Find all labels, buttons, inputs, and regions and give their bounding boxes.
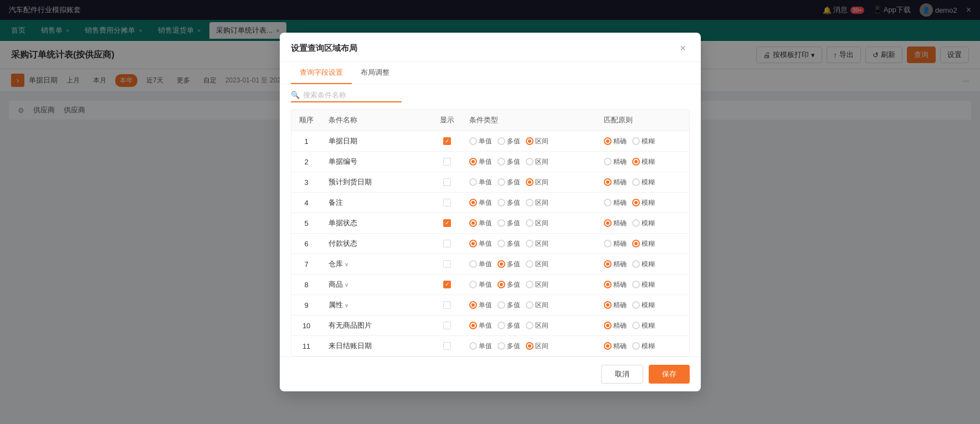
radio-match-精确[interactable]: 精确 (604, 321, 627, 330)
radio-match-精确[interactable]: 精确 (604, 342, 627, 351)
radio-type-单值[interactable]: 单值 (469, 157, 492, 167)
tab-field-settings[interactable]: 查询字段设置 (291, 62, 352, 84)
radio-type-多值[interactable]: 多值 (497, 198, 520, 208)
row-display-checkbox[interactable] (432, 336, 463, 356)
radio-match-精确[interactable]: 精确 (604, 301, 627, 310)
row-name: 商品∨ (322, 275, 432, 295)
radio-match-精确[interactable]: 精确 (604, 178, 627, 187)
radio-match-精确[interactable]: 精确 (604, 137, 627, 146)
radio-type-单值[interactable]: 单值 (469, 301, 492, 310)
checkbox[interactable] (443, 281, 451, 288)
radio-match-模糊[interactable]: 模糊 (632, 219, 655, 228)
radio-type-单值[interactable]: 单值 (469, 198, 492, 208)
row-match: 精确模糊 (597, 336, 689, 356)
row-display-checkbox[interactable] (432, 234, 463, 254)
radio-type-单值[interactable]: 单值 (469, 260, 492, 269)
checkbox[interactable] (443, 178, 451, 186)
row-match: 精确模糊 (597, 275, 689, 295)
radio-match-精确[interactable]: 精确 (604, 157, 627, 167)
checkbox[interactable] (443, 199, 451, 206)
row-match: 精确模糊 (597, 234, 689, 254)
checkbox[interactable] (443, 137, 451, 145)
row-display-checkbox[interactable] (432, 213, 463, 234)
radio-type-多值[interactable]: 多值 (497, 321, 520, 330)
radio-type-区间[interactable]: 区间 (526, 198, 548, 208)
dialog-overlay: 设置查询区域布局 × 查询字段设置 布局调整 🔍 (0, 0, 980, 424)
radio-match-精确[interactable]: 精确 (604, 260, 627, 269)
checkbox[interactable] (443, 301, 451, 309)
radio-match-模糊[interactable]: 模糊 (632, 260, 655, 269)
radio-type-区间[interactable]: 区间 (526, 301, 548, 310)
radio-match-精确[interactable]: 精确 (604, 239, 627, 249)
radio-match-模糊[interactable]: 模糊 (632, 198, 655, 208)
radio-type-多值[interactable]: 多值 (497, 301, 520, 310)
radio-type-单值[interactable]: 单值 (469, 342, 492, 351)
dialog-close-btn[interactable]: × (676, 42, 690, 55)
row-display-checkbox[interactable] (432, 254, 463, 275)
search-input[interactable] (303, 91, 402, 99)
table-row: 3预计到货日期单值多值区间精确模糊 (291, 172, 689, 193)
radio-type-区间[interactable]: 区间 (526, 280, 548, 289)
radio-type-区间[interactable]: 区间 (526, 239, 548, 249)
checkbox[interactable] (443, 260, 451, 268)
radio-match-模糊[interactable]: 模糊 (632, 157, 655, 167)
settings-dialog: 设置查询区域布局 × 查询字段设置 布局调整 🔍 (280, 33, 701, 391)
checkbox[interactable] (443, 158, 451, 166)
radio-match-模糊[interactable]: 模糊 (632, 321, 655, 330)
row-display-checkbox[interactable] (432, 275, 463, 295)
radio-match-模糊[interactable]: 模糊 (632, 342, 655, 351)
radio-type-单值[interactable]: 单值 (469, 137, 492, 146)
radio-type-单值[interactable]: 单值 (469, 219, 492, 228)
row-order: 6 (291, 234, 322, 254)
radio-type-区间[interactable]: 区间 (526, 157, 548, 167)
radio-type-区间[interactable]: 区间 (526, 178, 548, 187)
radio-match-精确[interactable]: 精确 (604, 219, 627, 228)
radio-type-多值[interactable]: 多值 (497, 157, 520, 167)
radio-match-模糊[interactable]: 模糊 (632, 280, 655, 289)
save-button[interactable]: 保存 (649, 365, 690, 384)
row-display-checkbox[interactable] (432, 152, 463, 172)
row-display-checkbox[interactable] (432, 295, 463, 316)
radio-type-单值[interactable]: 单值 (469, 239, 492, 249)
radio-type-单值[interactable]: 单值 (469, 321, 492, 330)
radio-type-多值[interactable]: 多值 (497, 219, 520, 228)
dialog-header: 设置查询区域布局 × (280, 33, 701, 62)
radio-type-多值[interactable]: 多值 (497, 137, 520, 146)
row-type: 单值多值区间 (463, 131, 597, 152)
radio-type-多值[interactable]: 多值 (497, 239, 520, 249)
cancel-button[interactable]: 取消 (601, 365, 643, 384)
table-header-row: 顺序 条件名称 显示 条件类型 匹配原则 (291, 110, 689, 131)
radio-type-多值[interactable]: 多值 (497, 260, 520, 269)
radio-type-多值[interactable]: 多值 (497, 280, 520, 289)
radio-match-精确[interactable]: 精确 (604, 280, 627, 289)
row-order: 3 (291, 172, 322, 193)
table-row: 7仓库∨单值多值区间精确模糊 (291, 254, 689, 275)
radio-type-单值[interactable]: 单值 (469, 178, 492, 187)
radio-type-区间[interactable]: 区间 (526, 137, 548, 146)
radio-match-模糊[interactable]: 模糊 (632, 178, 655, 187)
radio-match-精确[interactable]: 精确 (604, 198, 627, 208)
radio-type-多值[interactable]: 多值 (497, 178, 520, 187)
radio-match-模糊[interactable]: 模糊 (632, 137, 655, 146)
checkbox[interactable] (443, 342, 451, 350)
row-name: 预计到货日期 (322, 172, 432, 193)
tab-layout-adjust[interactable]: 布局调整 (352, 62, 398, 84)
radio-type-单值[interactable]: 单值 (469, 280, 492, 289)
checkbox[interactable] (443, 322, 451, 329)
row-order: 2 (291, 152, 322, 172)
row-display-checkbox[interactable] (432, 131, 463, 152)
radio-type-区间[interactable]: 区间 (526, 260, 548, 269)
table-row: 4备注单值多值区间精确模糊 (291, 193, 689, 213)
checkbox[interactable] (443, 219, 451, 227)
row-display-checkbox[interactable] (432, 193, 463, 213)
checkbox[interactable] (443, 240, 451, 247)
radio-type-区间[interactable]: 区间 (526, 342, 548, 351)
radio-type-区间[interactable]: 区间 (526, 219, 548, 228)
radio-match-模糊[interactable]: 模糊 (632, 239, 655, 249)
radio-type-区间[interactable]: 区间 (526, 321, 548, 330)
row-display-checkbox[interactable] (432, 316, 463, 336)
radio-match-模糊[interactable]: 模糊 (632, 301, 655, 310)
radio-type-多值[interactable]: 多值 (497, 342, 520, 351)
row-display-checkbox[interactable] (432, 172, 463, 193)
row-name: 单据编号 (322, 152, 432, 172)
